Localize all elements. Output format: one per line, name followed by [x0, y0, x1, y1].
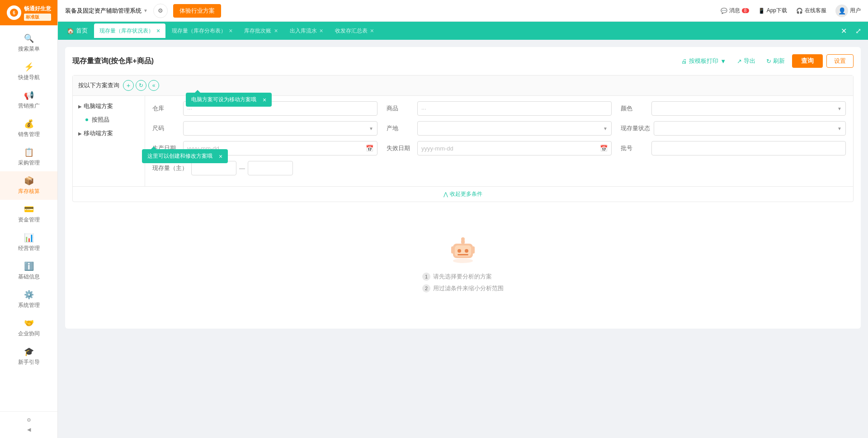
tip-text-2: 用过滤条件来缩小分析范围	[433, 283, 504, 294]
svg-point-2	[453, 259, 473, 263]
sidebar-item-basic-info[interactable]: ℹ️ 基础信息	[0, 257, 57, 285]
guide-icon: 🎓	[24, 347, 34, 357]
tab-summary[interactable]: 收发存汇总表 ×	[330, 24, 379, 38]
refresh-btn[interactable]: ↻ 刷新	[763, 55, 788, 67]
sidebar-item-finance[interactable]: 💳 资金管理	[0, 200, 57, 228]
stock-qty-max[interactable]	[248, 161, 293, 175]
close-all-tabs-btn[interactable]: ✕	[837, 24, 850, 37]
sidebar-item-quicknav[interactable]: ⚡ 快捷导航	[0, 57, 57, 86]
size-select[interactable]: ▼	[183, 121, 377, 136]
expand-arrow-icon: ▶	[78, 104, 82, 109]
scheme-by-goods[interactable]: 按照品	[73, 113, 145, 127]
sidebar-item-collab[interactable]: 🤝 企业协同	[0, 314, 57, 342]
app-download-btn[interactable]: 📱 App下载	[758, 7, 787, 14]
settings-bottom-btn[interactable]: ⚙	[27, 417, 31, 423]
scheme-panel: ▶ 电脑端方案 按照品 ▶ 移动端方案	[73, 96, 145, 186]
tab-home-label: 首页	[76, 27, 88, 35]
sidebar-item-label: 经营管理	[18, 245, 40, 252]
query-btn[interactable]: 查询	[792, 54, 823, 68]
sidebar-item-label: 企业协同	[18, 330, 40, 338]
message-btn[interactable]: 💬 消息 8	[721, 7, 749, 14]
sidebar-item-purchase[interactable]: 📋 采购管理	[0, 143, 57, 171]
scheme-desktop[interactable]: ▶ 电脑端方案	[73, 99, 145, 113]
goods-dots: ···	[421, 105, 608, 112]
filter-label: 按以下方案查询	[78, 81, 119, 89]
svg-point-5	[458, 249, 461, 253]
tab-close-inout-flow[interactable]: ×	[320, 28, 323, 34]
export-btn[interactable]: ↗ 导出	[733, 55, 759, 67]
main-card: 现存量查询(按仓库+商品) 🖨 按模板打印 ▼ ↗ 导出 ↻ 刷新	[65, 47, 861, 329]
settings-page-btn[interactable]: 设置	[826, 54, 854, 68]
app-title: 畅通好生意	[24, 5, 51, 13]
tip-text-1: 请先选择要分析的方案	[433, 271, 492, 283]
svg-rect-11	[472, 246, 475, 254]
scheme-mobile[interactable]: ▶ 移动端方案	[73, 127, 145, 140]
sidebar-item-label: 基础信息	[18, 273, 40, 281]
tab-batch-account[interactable]: 库存批次账 ×	[239, 24, 283, 38]
stock-status-select[interactable]: ▼	[654, 121, 846, 136]
tab-inout-flow[interactable]: 出入库流水 ×	[284, 24, 329, 38]
tab-inventory-status[interactable]: 现存量（库存状况表） ×	[94, 24, 165, 38]
sidebar-item-label: 系统管理	[18, 301, 40, 309]
warehouse-label: 仓库	[152, 104, 179, 113]
phone-icon: 📱	[758, 8, 765, 14]
prev-scheme-btn[interactable]: «	[148, 80, 159, 91]
origin-field: 产地 ▼	[387, 121, 612, 136]
inventory-icon: 📦	[24, 176, 34, 186]
batch-input[interactable]	[651, 141, 846, 155]
settings-gear-btn[interactable]: ⚙	[153, 4, 168, 18]
collapse-up-icon: ⋀	[443, 191, 448, 198]
sidebar-item-marketing[interactable]: 📢 营销推广	[0, 86, 57, 114]
tooltip2-text: 这里可以创建和修改方案哦	[147, 152, 212, 160]
sidebar-item-inventory[interactable]: 📦 库存核算	[0, 171, 57, 200]
tooltip1-close-btn[interactable]: ×	[263, 96, 266, 104]
empty-tips: 1 请先选择要分析的方案 2 用过滤条件来缩小分析范围	[422, 271, 504, 294]
industry-btn[interactable]: 体验行业方案	[173, 4, 221, 18]
print-label: 按模板打印	[689, 57, 718, 65]
print-btn[interactable]: 🖨 按模板打印 ▼	[678, 55, 730, 67]
color-select[interactable]: ▼	[651, 101, 846, 116]
tooltip2-close-btn[interactable]: ×	[219, 153, 222, 160]
calendar-icon2: 📅	[600, 145, 608, 152]
collapse-arrow-icon: ▶	[78, 131, 82, 136]
refresh-scheme-btn[interactable]: ↻	[136, 80, 146, 91]
sidebar-item-search[interactable]: 🔍 搜索菜单	[0, 29, 57, 57]
export-label: 导出	[744, 57, 755, 65]
tab-close-inventory-dist[interactable]: ×	[229, 28, 232, 34]
size-dropdown-icon: ▼	[369, 126, 373, 131]
tab-inventory-status-label: 现存量（库存状况表）	[99, 27, 154, 35]
export-icon: ↗	[737, 58, 742, 65]
filter-section-wrapper: 按以下方案查询 + ↻ « 电脑方案可设为移动方案哦 ×	[72, 75, 854, 202]
app-tag: 标准版	[24, 14, 51, 21]
tab-inventory-dist[interactable]: 现存量（库存分布表） ×	[166, 24, 238, 38]
goods-input[interactable]: ···	[417, 101, 612, 116]
basic-info-icon: ℹ️	[24, 261, 34, 271]
fullscreen-btn[interactable]: ⤢	[852, 24, 864, 37]
sidebar-item-sales[interactable]: 💰 销售管理	[0, 114, 57, 143]
collapse-sidebar-btn[interactable]: ◀	[27, 427, 31, 433]
tab-close-batch-account[interactable]: ×	[274, 28, 278, 34]
tab-close-inventory-status[interactable]: ×	[156, 28, 160, 34]
user-btn[interactable]: 👤 用户	[835, 5, 861, 17]
empty-tip-2: 2 用过滤条件来缩小分析范围	[422, 283, 504, 294]
tab-close-summary[interactable]: ×	[370, 28, 374, 34]
online-support-btn[interactable]: 🎧 在线客服	[796, 7, 826, 14]
sidebar-item-guide[interactable]: 🎓 新手引导	[0, 342, 57, 371]
add-scheme-btn[interactable]: +	[123, 80, 134, 91]
stock-status-field: 现存量状态 ▼	[621, 121, 846, 136]
system-title-selector[interactable]: 装备及固定资产辅助管理系统 ▼	[65, 7, 148, 15]
sidebar-item-system[interactable]: ⚙️ 系统管理	[0, 285, 57, 314]
scheme-dot-icon	[85, 118, 88, 121]
color-label: 颜色	[621, 104, 648, 113]
expire-date-input[interactable]: yyyy-mm-dd 📅	[417, 141, 612, 155]
sidebar-item-label: 营销推广	[18, 102, 40, 110]
color-dropdown-icon: ▼	[837, 106, 842, 111]
tooltip1-text: 电脑方案可设为移动方案哦	[191, 96, 256, 104]
origin-select[interactable]: ▼	[417, 121, 612, 136]
collapse-bar[interactable]: ⋀ 收起更多条件	[73, 186, 853, 202]
sidebar-bottom: ⚙ ◀	[0, 411, 57, 438]
sidebar-item-operations[interactable]: 📊 经营管理	[0, 228, 57, 257]
tab-home[interactable]: 🏠 首页	[61, 24, 93, 38]
sidebar-item-label: 资金管理	[18, 216, 40, 224]
filter-body: ▶ 电脑端方案 按照品 ▶ 移动端方案	[73, 96, 853, 186]
